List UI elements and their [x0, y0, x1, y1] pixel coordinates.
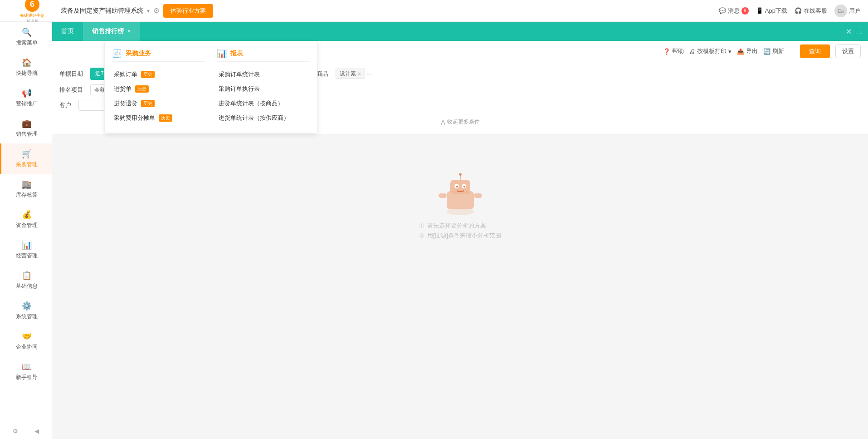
- empty-hint-1: ① 请先选择要分析的方案: [419, 222, 501, 230]
- home-icon: 🏠: [22, 58, 32, 68]
- help-icon: ❓: [663, 48, 670, 55]
- cooperation-icon: 🤝: [22, 331, 32, 341]
- sidebar-collapse-icon[interactable]: ◀: [34, 428, 39, 434]
- system-title: 装备及固定资产辅助管理系统 ▾ ⚙ 体验行业方案: [61, 4, 719, 18]
- goods-tag: 设计素 ×: [336, 69, 365, 79]
- svg-rect-7: [439, 193, 447, 198]
- guide-icon: 📖: [22, 362, 32, 372]
- search-icon: 🔍: [22, 27, 32, 37]
- sidebar-settings-icon[interactable]: ⚙: [13, 428, 18, 434]
- svg-rect-8: [474, 193, 482, 198]
- empty-hint-area: ① 请先选择要分析的方案 ② 用[过滤]条件来缩小分析范围: [419, 220, 501, 242]
- tab-bar: 首页 销售排行榜 × ✕ ⛶ 🧾 采购业务 采购订单: [52, 22, 868, 41]
- sidebar: 🔍 搜索菜单 🏠 快捷导航 📢 营销推广 💼 销售管理 🛒 采购管理 🏬 库存核…: [0, 22, 52, 439]
- date-label: 单据日期: [59, 70, 83, 78]
- system-name: 装备及固定资产辅助管理系统: [61, 7, 143, 15]
- sidebar-item-sales[interactable]: 💼 销售管理: [0, 113, 52, 143]
- menu-item-goods-return[interactable]: 进货退货 历史: [112, 96, 205, 111]
- tab-home[interactable]: 首页: [52, 22, 83, 41]
- help-button[interactable]: ❓ 帮助: [663, 47, 684, 55]
- app-download-button[interactable]: 📱 App下载: [756, 7, 787, 15]
- sidebar-item-system[interactable]: ⚙️ 系统管理: [0, 296, 52, 326]
- report-title-icon: 📊: [217, 49, 227, 59]
- logo-area: 6 畅捷通好生意 标准版: [7, 0, 57, 25]
- messages-button[interactable]: 💬 消息 9: [719, 7, 749, 15]
- avatar: Ea: [834, 5, 847, 17]
- svg-rect-2: [450, 180, 470, 194]
- main-layout: 🔍 搜索菜单 🏠 快捷导航 📢 营销推广 💼 销售管理 🛒 采购管理 🏬 库存核…: [0, 22, 868, 439]
- sales-icon: 💼: [22, 118, 32, 128]
- logo-icon: 6: [25, 0, 39, 12]
- top-right: 💬 消息 9 📱 App下载 🎧 在线客服 Ea 用户: [719, 5, 861, 17]
- sidebar-item-operation[interactable]: 📊 经营管理: [0, 235, 52, 265]
- collapse-up-icon: ⋀: [441, 119, 445, 125]
- close-window-icon[interactable]: ✕: [846, 27, 852, 36]
- sidebar-bottom: ⚙ ◀: [0, 423, 52, 439]
- sidebar-item-basic[interactable]: 📋 基础信息: [0, 265, 52, 296]
- empty-state: ① 请先选择要分析的方案 ② 用[过滤]条件来缩小分析范围: [52, 134, 868, 278]
- refresh-icon: 🔄: [763, 48, 770, 55]
- message-icon: 💬: [719, 7, 726, 14]
- tab-close-icon[interactable]: ×: [127, 28, 131, 35]
- query-button[interactable]: 查询: [800, 44, 830, 58]
- logo-char: 6: [30, 0, 34, 9]
- menu-item-order-stats[interactable]: 采购订单统计表: [217, 67, 310, 82]
- history-badge-1: 历史: [135, 85, 149, 93]
- menu-item-goods-stats-supplier[interactable]: 进货单统计表（按供应商）: [217, 111, 310, 125]
- inventory-icon: 🏬: [22, 179, 32, 189]
- sidebar-item-finance[interactable]: 💰 资金管理: [0, 204, 52, 235]
- industry-button[interactable]: 体验行业方案: [163, 4, 213, 18]
- basic-icon: 📋: [22, 271, 32, 281]
- settings-icon[interactable]: ⚙: [153, 6, 160, 15]
- print-icon: 🖨: [689, 48, 695, 55]
- dropdown-menu: 🧾 采购业务 采购订单 历史 进货单 历史 进货退货 历史: [104, 41, 317, 133]
- sidebar-item-marketing[interactable]: 📢 营销推广: [0, 83, 52, 113]
- customer-label: 客户: [59, 101, 71, 109]
- right-area: 首页 销售排行榜 × ✕ ⛶ 🧾 采购业务 采购订单: [52, 22, 868, 439]
- sidebar-item-purchase[interactable]: 🛒 采购管理: [0, 143, 52, 174]
- logo-text: 畅捷通好生意: [20, 13, 44, 19]
- menu-item-order-exec[interactable]: 采购订单执行表: [217, 82, 310, 96]
- operation-icon: 📊: [22, 240, 32, 250]
- history-badge-3: 历史: [159, 114, 172, 122]
- goods-more-icon[interactable]: ···: [367, 70, 372, 77]
- export-button[interactable]: 📤 导出: [737, 47, 758, 55]
- sidebar-item-guide[interactable]: 📖 新手引导: [0, 356, 52, 387]
- goods-control: 设计素 × ···: [336, 69, 372, 79]
- phone-icon: 📱: [756, 7, 763, 14]
- purchase-icon: 🛒: [22, 149, 32, 159]
- empty-illustration: [433, 171, 488, 216]
- headset-icon: 🎧: [795, 7, 802, 14]
- settings-button[interactable]: 设置: [835, 44, 861, 58]
- menu-item-purchase-order[interactable]: 采购订单 历史: [112, 67, 205, 82]
- top-bar: 6 畅捷通好生意 标准版 装备及固定资产辅助管理系统 ▾ ⚙ 体验行业方案 💬 …: [0, 0, 868, 22]
- marketing-icon: 📢: [22, 88, 32, 98]
- sidebar-item-search[interactable]: 🔍 搜索菜单: [0, 22, 52, 52]
- menu-item-goods-stats-product[interactable]: 进货单统计表（按商品）: [217, 96, 310, 111]
- maximize-icon[interactable]: ⛶: [855, 27, 863, 35]
- tab-sales-rank[interactable]: 销售排行榜 ×: [83, 22, 140, 41]
- menu-divider: [211, 49, 211, 125]
- history-badge-2: 历史: [141, 100, 155, 107]
- online-service-button[interactable]: 🎧 在线客服: [795, 7, 827, 15]
- empty-hint-2: ② 用[过滤]条件来缩小分析范围: [419, 232, 501, 240]
- sidebar-item-inventory[interactable]: 🏬 库存核算: [0, 174, 52, 204]
- print-button[interactable]: 🖨 按模板打印 ▾: [689, 47, 731, 55]
- purchase-title-icon: 🧾: [112, 49, 122, 59]
- rank-label: 排名项目: [59, 86, 83, 94]
- purchase-menu-title: 🧾 采购业务: [112, 49, 205, 62]
- menu-item-goods-in[interactable]: 进货单 历史: [112, 82, 205, 96]
- user-button[interactable]: Ea 用户: [834, 5, 861, 17]
- system-icon: ⚙️: [22, 301, 32, 311]
- report-menu-title: 📊 报表: [217, 49, 310, 62]
- svg-point-5: [456, 186, 458, 187]
- dropdown-arrow-icon[interactable]: ▾: [147, 8, 150, 14]
- sidebar-item-nav[interactable]: 🏠 快捷导航: [0, 52, 52, 83]
- menu-item-purchase-cost[interactable]: 采购费用分摊单 历史: [112, 111, 205, 125]
- print-dropdown-icon[interactable]: ▾: [728, 48, 731, 55]
- sidebar-item-cooperation[interactable]: 🤝 企业协同: [0, 326, 52, 356]
- history-badge-0: 历史: [141, 71, 155, 78]
- refresh-button[interactable]: 🔄 刷新: [763, 47, 784, 55]
- goods-tag-close[interactable]: ×: [358, 71, 361, 77]
- menu-col-report: 📊 报表 采购订单统计表 采购订单执行表 进货单统计表（按商品） 进货单统计表（…: [217, 49, 310, 125]
